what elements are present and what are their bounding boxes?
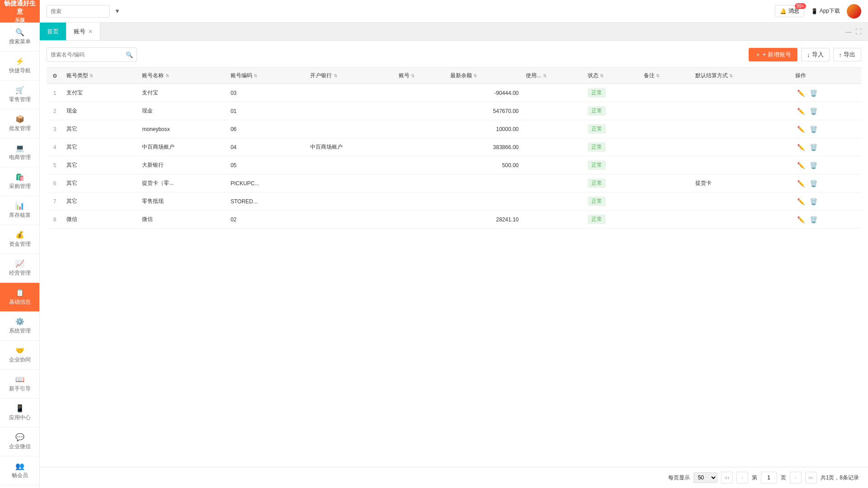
topbar-dropdown[interactable]: ▼ — [114, 8, 120, 14]
sidebar-item-inventory[interactable]: 📊 库存核算 — [0, 196, 39, 225]
edit-button[interactable]: ✏️ — [795, 179, 807, 188]
account-search-input[interactable] — [47, 52, 122, 58]
cell-bank — [307, 102, 395, 120]
table-row: 3 其它 moneybosx 06 10000.00 正常 ✏️ 🗑️ — [47, 120, 861, 138]
edit-button[interactable]: ✏️ — [795, 107, 807, 116]
page-prev-button[interactable]: ‹ — [736, 472, 748, 483]
sidebar-item-quicknav[interactable]: ⚡ 快捷导航 — [0, 52, 39, 80]
col-balance[interactable]: 最新余额 ⇅ — [447, 68, 522, 84]
tab-minimize-button[interactable]: — — [844, 26, 854, 37]
cell-code: 06 — [227, 120, 307, 138]
sidebar-item-wholesale[interactable]: 📦 批发管理 — [0, 109, 39, 138]
cell-index: 1 — [47, 84, 63, 102]
page-size-select[interactable]: 50 10 20 100 — [693, 472, 717, 483]
edit-button[interactable]: ✏️ — [795, 143, 807, 152]
delete-button[interactable]: 🗑️ — [808, 125, 819, 134]
edit-button[interactable]: ✏️ — [795, 161, 807, 170]
cell-status: 正常 — [584, 102, 640, 120]
col-account[interactable]: 账号 ⇅ — [395, 68, 447, 84]
message-button[interactable]: 🔔 消息 99+ — [775, 5, 804, 17]
page-label-after: 页 — [781, 474, 786, 482]
cell-account — [395, 156, 447, 174]
cell-index: 6 — [47, 174, 63, 192]
tab-home[interactable]: 首页 — [40, 23, 66, 40]
system-icon: ⚙️ — [2, 317, 37, 326]
table-row: 8 微信 微信 02 28241.10 正常 ✏️ 🗑️ — [47, 211, 861, 229]
agreement-icon: 🤝 — [2, 346, 37, 355]
export-button[interactable]: ↑ 导出 — [833, 48, 862, 61]
col-name[interactable]: 账号名称 ⇅ — [138, 68, 227, 84]
col-usage[interactable]: 使用... ⇅ — [522, 68, 584, 84]
cell-index: 5 — [47, 156, 63, 174]
cell-index: 4 — [47, 138, 63, 156]
cell-action: ✏️ 🗑️ — [792, 120, 861, 138]
edit-button[interactable]: ✏️ — [795, 125, 807, 134]
app-download-button[interactable]: 📱 App下载 — [811, 7, 840, 15]
sidebar-item-appcenter[interactable]: 📱 应用中心 — [0, 399, 39, 427]
sidebar-item-finance[interactable]: 💰 资金管理 — [0, 225, 39, 254]
delete-button[interactable]: 🗑️ — [808, 197, 819, 206]
cell-index: 7 — [47, 192, 63, 211]
import-button[interactable]: ↓ 导入 — [801, 48, 830, 61]
cell-name: 微信 — [138, 211, 227, 229]
sidebar-item-system[interactable]: ⚙️ 系统管理 — [0, 312, 39, 341]
delete-button[interactable]: 🗑️ — [808, 161, 819, 170]
sidebar-item-retail[interactable]: 🛒 零售管理 — [0, 80, 39, 109]
edit-button[interactable]: ✏️ — [795, 89, 807, 98]
col-default-settlement[interactable]: 默认结算方式 ⇅ — [692, 68, 792, 84]
col-settings[interactable]: ⚙ — [47, 68, 63, 84]
cell-code: 05 — [227, 156, 307, 174]
sidebar-item-basicinfo[interactable]: 📋 基础信息 — [0, 283, 39, 312]
page-next-button[interactable]: › — [790, 472, 802, 483]
sidebar-item-guide[interactable]: 📖 新手引导 — [0, 370, 39, 399]
cell-index: 8 — [47, 211, 63, 229]
col-bank[interactable]: 开户银行 ⇅ — [307, 68, 395, 84]
cell-action: ✏️ 🗑️ — [792, 84, 861, 102]
page-first-button[interactable]: ⏮ — [721, 472, 733, 483]
sidebar-item-operations[interactable]: 📈 经营管理 — [0, 254, 39, 283]
sidebar-item-agreement[interactable]: 🤝 企业协同 — [0, 341, 39, 370]
cell-balance: 383866.00 — [447, 138, 522, 156]
delete-button[interactable]: 🗑️ — [808, 143, 819, 152]
cell-type: 其它 — [63, 174, 138, 192]
delete-button[interactable]: 🗑️ — [808, 215, 819, 224]
edit-button[interactable]: ✏️ — [795, 215, 807, 224]
add-account-button[interactable]: ＋ + 新增账号 — [749, 48, 797, 61]
col-code[interactable]: 账号编码 ⇅ — [227, 68, 307, 84]
cell-remark — [640, 138, 692, 156]
tab-maximize-button[interactable]: ⛶ — [854, 26, 863, 37]
tab-close-accounts[interactable]: ✕ — [88, 28, 93, 35]
table-body: 1 支付宝 支付宝 03 -90444.00 正常 ✏️ 🗑️ 2 现金 现金 … — [47, 84, 861, 229]
sidebar-item-wechat[interactable]: 💬 企业微信 — [0, 427, 39, 456]
cell-account — [395, 192, 447, 211]
edit-button[interactable]: ✏️ — [795, 197, 807, 206]
cell-remark — [640, 174, 692, 192]
tab-accounts[interactable]: 账号 ✕ — [66, 23, 100, 40]
user-avatar[interactable] — [847, 4, 861, 19]
delete-button[interactable]: 🗑️ — [808, 89, 819, 98]
page-number-input[interactable] — [761, 472, 777, 483]
bell-icon: 🔔 — [780, 8, 787, 14]
table-row: 7 其它 零售抵现 STORED... 正常 ✏️ 🗑️ — [47, 192, 861, 211]
sidebar-item-search[interactable]: 🔍 搜索菜单 — [0, 23, 39, 52]
col-type[interactable]: 账号类型 ⇅ — [63, 68, 138, 84]
col-status[interactable]: 状态 ⇅ — [584, 68, 640, 84]
cell-code: 01 — [227, 102, 307, 120]
sidebar-item-purchase[interactable]: 🛍️ 采购管理 — [0, 167, 39, 196]
cell-default-settlement — [692, 138, 792, 156]
cell-account — [395, 138, 447, 156]
member-icon: 👥 — [2, 462, 37, 470]
sidebar-item-member[interactable]: 👥 畅会员 — [0, 456, 39, 485]
cell-status: 正常 — [584, 211, 640, 229]
col-remark[interactable]: 备注 ⇅ — [640, 68, 692, 84]
app-name: 畅捷通好生意 — [2, 0, 38, 16]
cell-status: 正常 — [584, 120, 640, 138]
account-search-button[interactable]: 🔍 — [122, 52, 137, 58]
delete-button[interactable]: 🗑️ — [808, 107, 819, 116]
page-last-button[interactable]: ⏭ — [805, 472, 817, 483]
cell-name: 现金 — [138, 102, 227, 120]
delete-button[interactable]: 🗑️ — [808, 179, 819, 188]
sidebar-item-ecommerce[interactable]: 💻 电商管理 — [0, 138, 39, 167]
topbar-search-input[interactable] — [47, 5, 110, 18]
cell-default-settlement — [692, 192, 792, 211]
